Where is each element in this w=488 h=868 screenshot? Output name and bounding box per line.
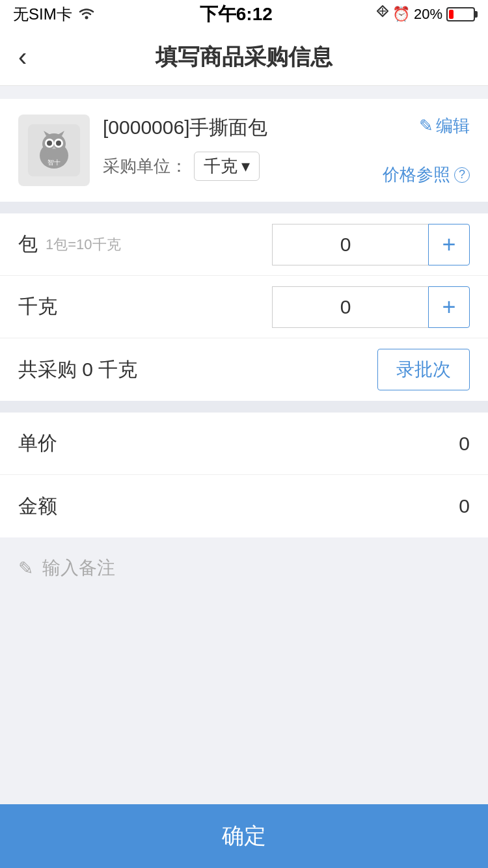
unit-label: 采购单位： bbox=[103, 155, 187, 178]
svg-point-7 bbox=[56, 141, 61, 146]
summary-text: 共采购 0 千克 bbox=[18, 357, 137, 383]
status-left: 无SIM卡 bbox=[13, 4, 96, 25]
chevron-down-icon: ▾ bbox=[241, 156, 250, 176]
remark-placeholder: 输入备注 bbox=[42, 556, 115, 580]
product-name: [0000006]手撕面包 bbox=[103, 115, 470, 141]
qty-control-0: + bbox=[272, 224, 470, 265]
product-image: 智十 bbox=[18, 115, 90, 186]
qty-plus-1[interactable]: + bbox=[428, 286, 470, 328]
unit-price-row: 单价 0 bbox=[0, 413, 488, 475]
confirm-label: 确定 bbox=[222, 821, 266, 851]
back-button[interactable]: ‹ bbox=[18, 42, 27, 72]
svg-text:智十: 智十 bbox=[47, 159, 61, 166]
product-logo: 智十 bbox=[28, 124, 80, 176]
quantity-row-1: 千克 + bbox=[0, 276, 488, 338]
amount-value: 0 bbox=[459, 495, 470, 517]
amount-row: 金额 0 bbox=[0, 475, 488, 537]
edit-icon: ✎ bbox=[419, 116, 433, 136]
qty-hint-0: 1包=10千克 bbox=[46, 235, 121, 254]
svg-point-6 bbox=[47, 141, 52, 146]
wifi-icon bbox=[77, 5, 96, 23]
confirm-button[interactable]: 确定 bbox=[0, 804, 488, 868]
svg-point-0 bbox=[85, 16, 88, 20]
location-icon bbox=[377, 5, 388, 23]
carrier-label: 无SIM卡 bbox=[13, 4, 72, 25]
remark-section[interactable]: ✎ 输入备注 bbox=[0, 537, 488, 599]
alarm-icon: ⏰ bbox=[392, 6, 410, 23]
unit-price-value: 0 bbox=[459, 433, 470, 455]
nav-bar: ‹ 填写商品采购信息 bbox=[0, 29, 488, 86]
qty-label-0: 包 1包=10千克 bbox=[18, 231, 121, 258]
status-time: 下午6:12 bbox=[200, 2, 273, 27]
unit-price-label: 单价 bbox=[18, 430, 57, 457]
qty-label-1: 千克 bbox=[18, 293, 70, 320]
price-section: 单价 0 金额 0 bbox=[0, 413, 488, 537]
pencil-icon: ✎ bbox=[18, 558, 33, 579]
amount-label: 金额 bbox=[18, 493, 57, 520]
qty-plus-0[interactable]: + bbox=[428, 224, 470, 265]
page-title: 填写商品采购信息 bbox=[156, 42, 332, 72]
quantity-section: 包 1包=10千克 + 千克 + bbox=[0, 213, 488, 338]
qty-control-1: + bbox=[272, 286, 470, 328]
status-right: ⏰ 20% bbox=[377, 5, 475, 23]
edit-button[interactable]: ✎ 编辑 bbox=[419, 115, 470, 137]
quantity-row-0: 包 1包=10千克 + bbox=[0, 213, 488, 276]
divider-1 bbox=[0, 202, 488, 213]
divider-2 bbox=[0, 401, 488, 413]
price-ref-button[interactable]: 价格参照 ? bbox=[383, 163, 470, 186]
help-icon: ? bbox=[454, 167, 470, 183]
summary-row: 共采购 0 千克 录批次 bbox=[0, 338, 488, 401]
battery-icon bbox=[446, 7, 475, 21]
product-card: 智十 [0000006]手撕面包 采购单位： 千克 ▾ ✎ 编辑 价格参照 ? bbox=[0, 99, 488, 202]
batch-button[interactable]: 录批次 bbox=[377, 349, 470, 390]
qty-input-0[interactable] bbox=[272, 224, 428, 265]
unit-selector[interactable]: 千克 ▾ bbox=[194, 152, 260, 181]
battery-pct: 20% bbox=[414, 6, 442, 23]
status-bar: 无SIM卡 下午6:12 ⏰ 20% bbox=[0, 0, 488, 29]
summary-amount: 0 bbox=[82, 359, 93, 380]
qty-input-1[interactable] bbox=[272, 286, 428, 328]
